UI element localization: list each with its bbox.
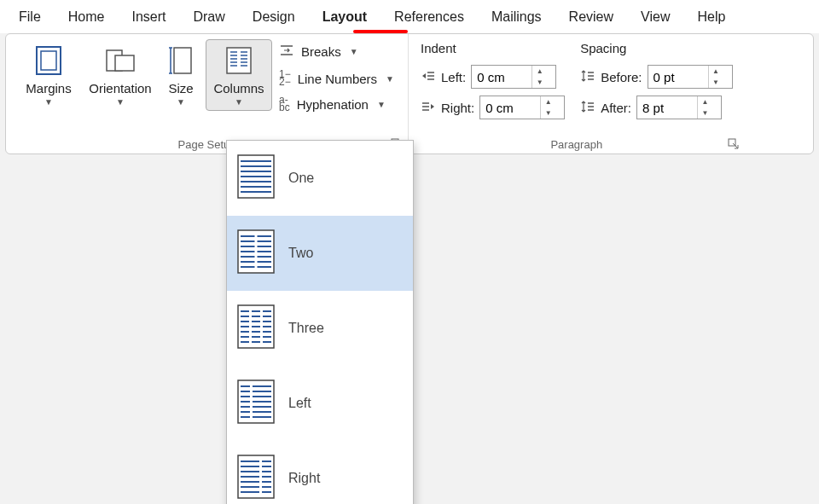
- indent-left-label: Left:: [441, 70, 466, 84]
- columns-option-left[interactable]: Left: [227, 366, 413, 441]
- paragraph-dialog-launcher[interactable]: [728, 138, 740, 150]
- ribbon: Margins ▼ Orientation ▼ Size ▼ Columns ▼: [5, 33, 814, 154]
- tab-design[interactable]: Design: [239, 0, 309, 33]
- margins-icon: [32, 43, 66, 78]
- hyphenation-icon: a-bc: [279, 96, 290, 112]
- spacing-after-spinbox[interactable]: ▲▼: [636, 96, 722, 119]
- spin-down[interactable]: ▼: [532, 77, 547, 88]
- columns-option-icon: [237, 229, 275, 277]
- orientation-icon: [103, 43, 137, 78]
- chevron-down-icon: ▼: [350, 47, 358, 56]
- columns-option-label: Right: [288, 471, 320, 486]
- tab-home[interactable]: Home: [55, 0, 119, 33]
- spacing-after-input[interactable]: [637, 101, 697, 115]
- breaks-label: Breaks: [301, 44, 341, 59]
- spin-down[interactable]: ▼: [709, 77, 723, 88]
- margins-button[interactable]: Margins ▼: [13, 39, 84, 111]
- indent-header: Indent: [421, 41, 565, 55]
- columns-option-label: Two: [288, 246, 313, 261]
- tab-view[interactable]: View: [627, 0, 683, 33]
- tab-mailings[interactable]: Mailings: [478, 0, 555, 33]
- line-numbers-label: Line Numbers: [298, 72, 377, 86]
- indent-left-icon: [421, 69, 436, 85]
- columns-dropdown: OneTwoThreeLeftRightMore Columns...: [226, 140, 414, 504]
- chevron-down-icon: ▼: [235, 97, 243, 107]
- spin-up[interactable]: ▲: [541, 96, 555, 107]
- indent-right-label: Right:: [441, 101, 474, 115]
- tab-draw[interactable]: Draw: [179, 0, 238, 33]
- svg-rect-1: [41, 51, 56, 70]
- group-page-setup: Margins ▼ Orientation ▼ Size ▼ Columns ▼: [6, 34, 409, 154]
- svg-rect-4: [174, 48, 191, 73]
- paragraph-group-label: Paragraph: [409, 138, 745, 151]
- indent-right-input[interactable]: [480, 101, 540, 115]
- columns-option-icon: [237, 304, 275, 352]
- margins-label: Margins: [26, 81, 71, 96]
- spacing-header: Spacing: [580, 41, 732, 55]
- hyphenation-button[interactable]: a-bc Hyphenation ▼: [276, 95, 398, 113]
- indent-left-spinbox[interactable]: ▲▼: [471, 65, 556, 89]
- chevron-down-icon: ▼: [44, 97, 53, 107]
- tab-review[interactable]: Review: [555, 0, 627, 33]
- spin-down[interactable]: ▼: [541, 107, 555, 119]
- tab-help[interactable]: Help: [683, 0, 739, 33]
- line-numbers-button[interactable]: 1−2− Line Numbers ▼: [276, 69, 398, 88]
- columns-option-label: One: [288, 171, 314, 186]
- spin-up[interactable]: ▲: [532, 66, 547, 77]
- columns-option-label: Three: [288, 321, 324, 336]
- spin-up[interactable]: ▲: [709, 66, 723, 77]
- tab-file[interactable]: File: [5, 0, 55, 33]
- tab-insert[interactable]: Insert: [118, 0, 179, 33]
- spacing-after-label: After:: [601, 101, 631, 115]
- orientation-label: Orientation: [89, 81, 151, 96]
- breaks-button[interactable]: Breaks ▼: [276, 41, 398, 62]
- columns-button[interactable]: Columns ▼: [206, 39, 272, 111]
- columns-option-icon: [237, 455, 275, 502]
- spacing-before-input[interactable]: [648, 70, 708, 84]
- tab-bar: File Home Insert Draw Design Layout Refe…: [0, 0, 819, 33]
- columns-icon: [222, 43, 256, 78]
- chevron-down-icon: ▼: [177, 97, 185, 107]
- spin-up[interactable]: ▲: [698, 96, 712, 107]
- columns-option-icon: [237, 154, 275, 202]
- spacing-after-icon: [580, 100, 595, 116]
- size-button[interactable]: Size ▼: [156, 39, 206, 111]
- columns-option-three[interactable]: Three: [227, 291, 413, 366]
- columns-option-icon: [237, 379, 275, 427]
- group-paragraph: Indent Left: ▲▼ Right: ▲▼: [409, 34, 745, 154]
- columns-option-right[interactable]: Right: [227, 441, 413, 504]
- orientation-button[interactable]: Orientation ▼: [84, 39, 156, 111]
- columns-option-label: Left: [288, 396, 311, 411]
- columns-label: Columns: [213, 81, 264, 96]
- tab-layout[interactable]: Layout: [309, 0, 380, 33]
- size-icon: [164, 43, 198, 78]
- chevron-down-icon: ▼: [377, 100, 386, 109]
- chevron-down-icon: ▼: [386, 74, 394, 84]
- tab-references[interactable]: References: [380, 0, 478, 33]
- columns-option-one[interactable]: One: [227, 141, 413, 216]
- indent-left-input[interactable]: [472, 70, 531, 84]
- spacing-before-label: Before:: [601, 70, 642, 84]
- svg-rect-3: [115, 55, 134, 71]
- spacing-before-icon: [580, 69, 595, 85]
- hyphenation-label: Hyphenation: [297, 97, 369, 112]
- indent-right-spinbox[interactable]: ▲▼: [479, 96, 565, 119]
- spin-down[interactable]: ▼: [698, 107, 712, 119]
- chevron-down-icon: ▼: [116, 97, 125, 107]
- columns-option-two[interactable]: Two: [227, 216, 413, 291]
- line-numbers-icon: 1−2−: [279, 71, 291, 86]
- indent-right-icon: [421, 100, 436, 116]
- size-label: Size: [168, 81, 193, 96]
- breaks-icon: [279, 43, 294, 61]
- spacing-before-spinbox[interactable]: ▲▼: [648, 65, 733, 89]
